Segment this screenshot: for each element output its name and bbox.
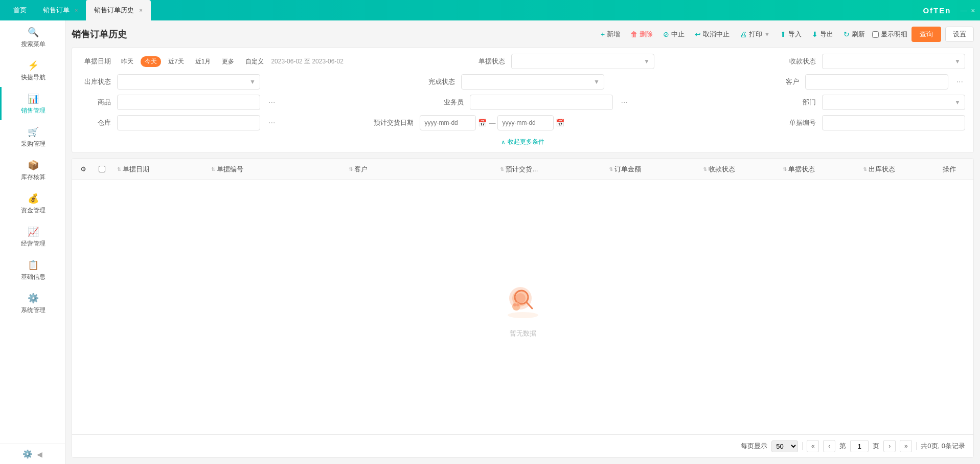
date-btn-yesterday[interactable]: 昨天 xyxy=(117,56,138,67)
new-label: 新增 xyxy=(607,30,620,39)
sidebar-item-system-mgmt[interactable]: ⚙️ 系统管理 xyxy=(0,286,65,320)
print-button[interactable]: 🖨 打印 ▼ xyxy=(737,28,773,41)
sidebar-bottom: ⚙️ ◀ xyxy=(0,444,65,464)
date-btn-more[interactable]: 更多 xyxy=(218,56,238,67)
export-button[interactable]: ⬇ 导出 xyxy=(809,28,836,41)
display-toggle-label: 显示明细 xyxy=(881,30,907,39)
tab-sales-order-close[interactable]: × xyxy=(75,7,78,13)
warehouse-dots-icon[interactable]: ··· xyxy=(266,118,277,127)
sidebar-item-basic-info-label: 基础信息 xyxy=(21,273,45,281)
th-order-status[interactable]: ⇅ 单据状态 xyxy=(779,160,858,179)
sidebar-item-inventory-check[interactable]: 📦 库存核算 xyxy=(0,153,65,187)
product-input[interactable] xyxy=(117,95,260,110)
pagination-divider-2 xyxy=(916,442,917,450)
th-pay-status[interactable]: ⇅ 收款状态 xyxy=(699,160,779,179)
date-btn-custom[interactable]: 自定义 xyxy=(241,56,268,67)
tab-sales-order-history-close[interactable]: × xyxy=(139,7,142,13)
page-size-select[interactable]: 50 10 20 100 xyxy=(771,440,798,452)
sort-amount-icon: ⇅ xyxy=(609,166,613,172)
sort-number-icon: ⇅ xyxy=(211,166,215,172)
expected-date-start[interactable] xyxy=(420,115,476,130)
tab-sales-order[interactable]: 销售订单 × xyxy=(35,0,86,20)
th-customer[interactable]: ⇅ 客户 xyxy=(345,160,496,179)
settings-gear-icon[interactable]: ⚙ xyxy=(80,165,86,173)
order-status-select[interactable]: ▼ xyxy=(511,54,654,69)
date-btn-1month[interactable]: 近1月 xyxy=(191,56,215,67)
department-chevron-icon: ▼ xyxy=(954,99,961,106)
query-button[interactable]: 查询 xyxy=(911,27,941,42)
sidebar-item-fund-mgmt[interactable]: 💰 资金管理 xyxy=(0,187,65,220)
customer-filter-label: 客户 xyxy=(768,77,799,86)
complete-status-select[interactable]: ▼ xyxy=(461,74,604,90)
refresh-button[interactable]: ↻ 刷新 xyxy=(840,28,868,41)
prev-page-button[interactable]: ‹ xyxy=(823,440,835,452)
expected-date-end[interactable] xyxy=(497,115,554,130)
sidebar-collapse-icon[interactable]: ◀ xyxy=(37,450,42,458)
select-all-checkbox[interactable] xyxy=(99,166,105,172)
sidebar-item-sales-mgmt[interactable]: 📊 销售管理 xyxy=(0,87,65,120)
th-settings[interactable]: ⚙ xyxy=(76,160,95,178)
tab-home-label: 首页 xyxy=(13,6,27,15)
out-status-filter-label: 出库状态 xyxy=(80,77,111,86)
total-info: 共0页, 0条记录 xyxy=(921,441,965,451)
filter-row-4: 仓库 ··· 预计交货日期 📅 — 📅 单据编号 xyxy=(80,115,965,130)
th-amount[interactable]: ⇅ 订单金额 xyxy=(605,160,699,179)
sidebar-settings-icon[interactable]: ⚙️ xyxy=(22,449,33,459)
complete-status-label: 完成状态 xyxy=(424,77,455,86)
first-page-button[interactable]: « xyxy=(807,440,819,452)
sidebar-item-ops-mgmt[interactable]: 📈 经营管理 xyxy=(0,220,65,253)
svg-point-6 xyxy=(512,302,520,311)
department-select[interactable]: ▼ xyxy=(822,95,965,110)
date-btn-7days[interactable]: 近7天 xyxy=(164,56,188,67)
close-window-btn[interactable]: × xyxy=(971,7,975,14)
out-status-select[interactable]: ▼ xyxy=(117,74,260,90)
customer-dots-icon[interactable]: ··· xyxy=(954,77,965,86)
pagination-divider-1 xyxy=(802,442,803,450)
product-dots-icon[interactable]: ··· xyxy=(266,98,277,107)
cancel-stop-button[interactable]: ↩ 取消中止 xyxy=(692,28,733,41)
stop-button[interactable]: ⊘ 中止 xyxy=(660,28,688,41)
th-delivery[interactable]: ⇅ 预计交货... xyxy=(496,160,604,179)
current-page-input[interactable] xyxy=(850,440,869,452)
sidebar-item-purchase-mgmt[interactable]: 🛒 采购管理 xyxy=(0,120,65,153)
salesperson-input[interactable] xyxy=(470,95,613,110)
minimize-btn[interactable]: — xyxy=(960,7,967,14)
import-button[interactable]: ⬆ 导入 xyxy=(777,28,805,41)
tab-sales-order-history[interactable]: 销售订单历史 × xyxy=(86,0,150,20)
customer-input[interactable] xyxy=(805,74,948,90)
calendar-end-icon[interactable]: 📅 xyxy=(556,119,564,127)
calendar-start-icon[interactable]: 📅 xyxy=(478,119,487,127)
th-order-status-label: 单据状态 xyxy=(788,165,815,174)
pay-status-select[interactable]: ▼ xyxy=(822,54,965,69)
order-number-input[interactable] xyxy=(822,115,965,130)
new-button[interactable]: + 新增 xyxy=(598,28,623,41)
warehouse-input[interactable] xyxy=(117,115,260,130)
complete-status-chevron-icon: ▼ xyxy=(594,78,600,85)
sidebar-item-search-menu[interactable]: 🔍 搜索菜单 xyxy=(0,20,65,54)
settings-button[interactable]: 设置 xyxy=(945,27,974,42)
next-page-button[interactable]: › xyxy=(883,440,896,452)
th-customer-label: 客户 xyxy=(354,165,368,174)
table-wrapper: ⚙ ⇅ 单据日期 ⇅ 单据编号 ⇅ 客户 ⇅ xyxy=(72,158,974,458)
salesperson-dots-icon[interactable]: ··· xyxy=(619,98,630,107)
export-label: 导出 xyxy=(820,30,833,39)
th-checkbox[interactable] xyxy=(95,161,113,178)
display-toggle: 显示明细 xyxy=(872,30,907,39)
filter-panel: 单据日期 昨天 今天 近7天 近1月 更多 自定义 2023-06-02 至 2… xyxy=(72,47,974,153)
last-page-button[interactable]: » xyxy=(900,440,912,452)
export-icon: ⬇ xyxy=(812,30,818,38)
th-number[interactable]: ⇅ 单据编号 xyxy=(207,160,345,179)
th-out-status[interactable]: ⇅ 出库状态 xyxy=(859,160,939,179)
th-number-label: 单据编号 xyxy=(217,165,243,174)
tab-home[interactable]: 首页 xyxy=(5,0,35,20)
date-btn-today[interactable]: 今天 xyxy=(141,56,161,67)
delete-button[interactable]: 🗑 删除 xyxy=(627,28,656,41)
display-toggle-checkbox[interactable] xyxy=(872,31,879,38)
sidebar-item-basic-info[interactable]: 📋 基础信息 xyxy=(0,253,65,286)
sidebar-item-quick-nav[interactable]: ⚡ 快捷导航 xyxy=(0,54,65,87)
collapse-more-btn[interactable]: ∧ 收起更多条件 xyxy=(80,136,965,146)
sidebar-item-fund-mgmt-label: 资金管理 xyxy=(21,206,45,215)
th-date[interactable]: ⇅ 单据日期 xyxy=(113,160,207,179)
search-menu-icon: 🔍 xyxy=(28,27,39,38)
expected-date-input-group: 📅 — 📅 xyxy=(420,115,564,130)
